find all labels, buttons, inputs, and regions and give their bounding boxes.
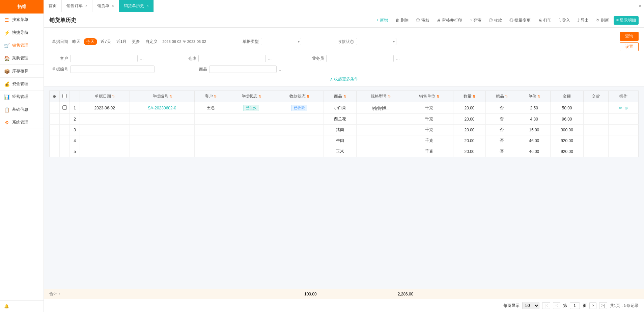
tab-home-label: 首页 (49, 3, 57, 9)
cell-qty: 20.00 (453, 135, 486, 146)
staff-dots[interactable]: ... (396, 56, 400, 61)
page-size-select[interactable]: 10 20 50 100 (522, 302, 539, 309)
import-button[interactable]: ⤵ 导入 (556, 16, 573, 25)
sidebar-item-quick-nav[interactable]: ⚡ 快捷导航 (0, 26, 44, 39)
col-doc-date-sort: ⇅ (112, 95, 115, 98)
cell-checkbox[interactable] (60, 114, 70, 125)
cell-checkbox[interactable] (60, 102, 70, 114)
col-spec[interactable]: 规格型号 ⇅ (357, 91, 405, 102)
receive-button[interactable]: ◎ 收款 (486, 16, 505, 25)
goods-dots[interactable]: ... (279, 67, 283, 72)
tab-sales-order-close[interactable]: × (85, 4, 87, 8)
col-delivery: 交货 (584, 91, 608, 102)
sidebar-bottom-btn1[interactable]: 🔔 (0, 301, 44, 312)
tab-sales-order[interactable]: 销售订单 × (62, 0, 92, 12)
summary-total-qty: 100.00 (304, 292, 317, 296)
customer-dots[interactable]: ... (140, 56, 144, 61)
col-doc-status[interactable]: 单据状态 ⇅ (227, 91, 275, 102)
batch-change-button[interactable]: ◎ 批量变更 (507, 16, 533, 25)
prev-page-btn[interactable]: < (553, 302, 560, 309)
cell-doc-num[interactable]: SA-20230602-0 (130, 102, 195, 114)
filter-staff-input[interactable] (326, 55, 394, 62)
col-goods-label: 商品 (334, 94, 342, 99)
tab-sales-delivery-history-close[interactable]: × (147, 4, 149, 8)
cell-gear (50, 114, 60, 125)
sidebar-item-finance[interactable]: 💰 资金管理 (0, 78, 44, 90)
filter-customer-input[interactable] (70, 55, 138, 62)
query-button[interactable]: 查询 (620, 32, 639, 41)
filter-goods-label: 商品 (188, 67, 207, 72)
col-unit-label: 销售单位 (419, 94, 435, 99)
col-gear[interactable]: ⚙ (50, 91, 60, 102)
col-checkbox[interactable] (60, 91, 70, 102)
last-page-btn[interactable]: >| (599, 302, 607, 309)
tab-home[interactable]: 首页 (44, 0, 62, 12)
export-button[interactable]: ⤴ 导出 (575, 16, 591, 25)
date-btn-1month[interactable]: 近1月 (114, 38, 129, 45)
search-menu-icon: ☰ (4, 17, 9, 23)
col-unit[interactable]: 销售单位 ⇅ (405, 91, 453, 102)
row-checkbox[interactable] (62, 105, 67, 110)
cell-spec: tyjyjtyjdf... (357, 102, 405, 114)
page-input[interactable] (570, 302, 580, 309)
col-price[interactable]: 单价 ⇅ (518, 91, 550, 102)
warehouse-dots[interactable]: ... (268, 56, 272, 61)
copy-action[interactable]: ⊕ (624, 106, 628, 110)
close-all-btn[interactable]: × (639, 3, 641, 9)
col-doc-date[interactable]: 单据日期 ⇅ (80, 91, 130, 102)
cell-unit: 千克 (405, 114, 453, 125)
cell-doc-num[interactable] (130, 125, 195, 135)
tab-sales-delivery-history[interactable]: 销货单历史 × (119, 0, 154, 12)
show-detail-button[interactable]: ≡ 显示明细 (614, 16, 639, 25)
col-gift[interactable]: 赠品 ⇅ (485, 91, 518, 102)
sidebar-item-purchase-mgmt[interactable]: 🏠 采购管理 (0, 52, 44, 65)
cell-checkbox[interactable] (60, 125, 70, 135)
col-price-sort: ⇅ (537, 95, 540, 98)
date-btn-7days[interactable]: 近7天 (99, 38, 113, 45)
sidebar-item-basic-info[interactable]: 📋 基础信息 (0, 103, 44, 116)
cell-doc-date (80, 135, 130, 146)
edit-action[interactable]: ✏ (619, 106, 622, 110)
refresh-button[interactable]: ↻ 刷新 (593, 16, 611, 25)
cell-checkbox[interactable] (60, 135, 70, 146)
col-pay-status[interactable]: 收款状态 ⇅ (275, 91, 324, 102)
col-customer[interactable]: 客户 ⇅ (195, 91, 227, 102)
sidebar-item-system-mgmt[interactable]: ⚙ 系统管理 (0, 116, 44, 129)
cell-doc-status (227, 135, 275, 146)
date-btn-more[interactable]: 更多 (130, 38, 142, 45)
sidebar-item-operations[interactable]: 📊 经营管理 (0, 90, 44, 103)
date-btn-today[interactable]: 今天 (84, 38, 97, 45)
col-row-num (70, 91, 80, 102)
abandon-button[interactable]: ○ 弃审 (467, 16, 484, 25)
filter-pay-status-select[interactable] (356, 38, 396, 45)
filter-type-select[interactable] (261, 38, 301, 45)
collapse-button[interactable]: ∧ 收起更多条件 (49, 76, 639, 82)
sidebar-item-inventory[interactable]: 📦 库存核算 (0, 65, 44, 78)
filter-doc-num-input[interactable] (70, 66, 155, 73)
sidebar-item-search-menu[interactable]: ☰ 搜索菜单 (0, 14, 44, 26)
first-page-btn[interactable]: |< (542, 302, 550, 309)
print-button[interactable]: 🖨 打印 (535, 16, 554, 25)
cell-doc-num[interactable] (130, 146, 195, 157)
filter-warehouse-input[interactable] (198, 55, 266, 62)
cell-doc-num[interactable] (130, 114, 195, 125)
date-btn-yesterday[interactable]: 昨天 (70, 38, 82, 45)
audit-print-button[interactable]: 🖨 审核并打印 (434, 16, 465, 25)
setting-button[interactable]: 设置 (620, 42, 639, 51)
sidebar-item-sales-mgmt[interactable]: 🛒 销售管理 (0, 39, 44, 52)
tab-sales-delivery-close[interactable]: × (112, 4, 114, 8)
col-doc-num[interactable]: 单据编号 ⇅ (130, 91, 195, 102)
tab-sales-delivery[interactable]: 销货单 × (92, 0, 119, 12)
date-btn-custom[interactable]: 自定义 (143, 38, 160, 45)
new-button[interactable]: + 新增 (374, 16, 391, 25)
audit-button[interactable]: ◎ 审核 (413, 16, 432, 25)
col-goods[interactable]: 商品 ⇅ (324, 91, 356, 102)
cell-spec (357, 146, 405, 157)
cell-doc-num[interactable] (130, 135, 195, 146)
cell-checkbox[interactable] (60, 146, 70, 157)
next-page-btn[interactable]: > (589, 302, 596, 309)
col-qty[interactable]: 数量 ⇅ (453, 91, 486, 102)
select-all-checkbox[interactable] (62, 94, 67, 98)
filter-goods-input[interactable] (209, 66, 277, 73)
delete-button[interactable]: 🗑 删除 (393, 16, 411, 25)
